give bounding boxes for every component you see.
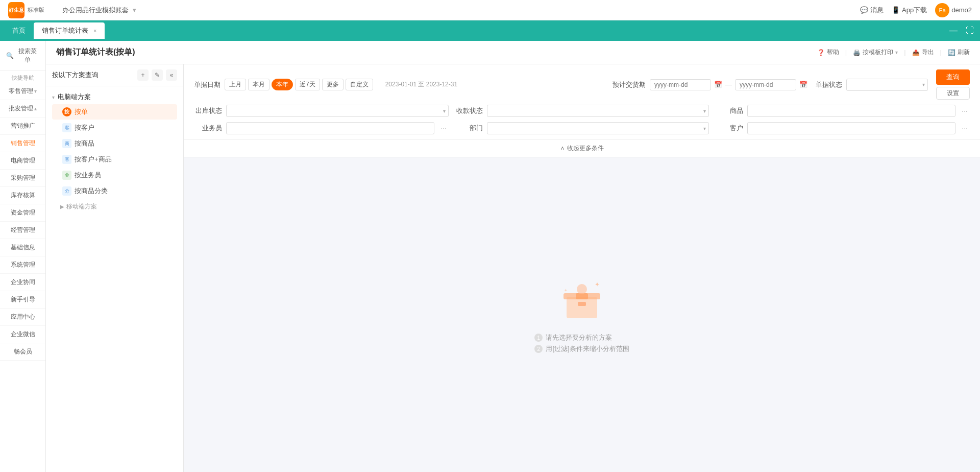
add-solution-btn[interactable]: +	[137, 69, 149, 81]
hint-text-1: 请先选择要分析的方案	[546, 333, 612, 342]
tab-close-btn[interactable]: ×	[93, 28, 96, 34]
dropdown-icon[interactable]: ▾	[133, 6, 136, 14]
expected-date-end[interactable]	[735, 79, 796, 90]
print-icon: 🖨️	[853, 49, 861, 56]
settings-btn[interactable]: 设置	[936, 87, 970, 100]
help-action[interactable]: ❓ 帮助	[817, 48, 839, 57]
sidebar-item-ecommerce[interactable]: 电商管理	[0, 152, 45, 170]
wholesale-arrow: ▴	[34, 106, 37, 111]
tree-section-pc: ▾ 电脑端方案 按 按单 客 按客户 商 按商品	[46, 86, 183, 216]
customer-label: 客户	[715, 124, 743, 133]
solution-by-customer[interactable]: 客 按客户	[52, 120, 177, 135]
customer-more-btn[interactable]: ···	[960, 124, 970, 132]
print-action[interactable]: 🖨️ 按模板打印 ▾	[853, 48, 898, 57]
salesman-input[interactable]	[226, 122, 434, 134]
left-panel: 按以下方案查询 + ✎ « ▾ 电脑端方案 按 按单	[46, 64, 184, 472]
salesman-more-btn[interactable]: ···	[438, 124, 449, 132]
date-this-month-btn[interactable]: 本月	[248, 79, 270, 90]
date-custom-btn[interactable]: 自定义	[346, 79, 373, 90]
date-7days-btn[interactable]: 近7天	[295, 79, 320, 90]
collapse-panel-btn[interactable]: «	[166, 69, 177, 81]
expected-date-start[interactable]	[650, 79, 711, 90]
goods-more-btn[interactable]: ···	[960, 107, 970, 115]
retail-label: 零售管理	[9, 87, 33, 96]
date-prev-month-btn[interactable]: 上月	[225, 79, 246, 90]
date-this-year-btn[interactable]: 本年	[272, 79, 293, 90]
section-mobile[interactable]: ▶ 移动端方案	[52, 199, 177, 212]
receipt-status-select[interactable]	[487, 105, 709, 117]
filter-right-group: 预计交货期 📅 — 📅 单据状态	[612, 69, 970, 100]
solution-by-goods[interactable]: 商 按商品	[52, 136, 177, 151]
sidebar-item-enterprise[interactable]: 企业协同	[0, 274, 45, 291]
user-profile-action[interactable]: Ea demo2	[935, 3, 972, 17]
sidebar-item-operations[interactable]: 经营管理	[0, 222, 45, 239]
print-label: 按模板打印	[863, 48, 893, 57]
collapse-bar[interactable]: ∧ 收起更多条件	[184, 140, 980, 157]
appcenter-label: 应用中心	[11, 313, 35, 320]
out-status-select[interactable]	[226, 105, 449, 117]
order-status-label: 单据状态	[816, 80, 842, 89]
export-action[interactable]: 📤 导出	[912, 48, 934, 57]
enterprise-label: 企业协同	[11, 278, 35, 286]
left-panel-title: 按以下方案查询	[52, 70, 99, 80]
tab-maximize-btn[interactable]: ⛶	[964, 24, 976, 37]
goods-input[interactable]	[747, 105, 955, 117]
svg-text:✦: ✦	[564, 288, 568, 293]
quick-nav-label: 快捷导航	[0, 71, 45, 83]
print-dropdown-arrow[interactable]: ▾	[895, 50, 898, 55]
sidebar-item-sales[interactable]: 销售管理	[0, 135, 45, 152]
sidebar-item-purchase[interactable]: 采购管理	[0, 170, 45, 187]
search-menu-btn[interactable]: 🔍 搜索菜单	[4, 45, 41, 66]
solution-by-customer-goods[interactable]: 客 按客户+商品	[52, 152, 177, 167]
solution-by-customer-label: 按客户	[75, 123, 94, 132]
sidebar: 🔍 搜索菜单 快捷导航 零售管理 ▾ 批发管理 ▴ 营销推广 销售管理 电商管理…	[0, 41, 46, 472]
sidebar-item-wechat[interactable]: 企业微信	[0, 326, 45, 343]
out-status-label: 出库状态	[194, 106, 222, 115]
sidebar-item-finance[interactable]: 资金管理	[0, 204, 45, 222]
query-btn[interactable]: 查询	[936, 69, 970, 85]
filter-receipt-status-cell: 收款状态 ▾	[455, 105, 709, 117]
date-more-btn[interactable]: 更多	[322, 79, 344, 90]
sidebar-item-inventory[interactable]: 库存核算	[0, 187, 45, 204]
tree-parent-label-pc: 电脑端方案	[58, 92, 91, 102]
tab-active-label: 销售订单统计表	[42, 26, 88, 35]
retail-arrow: ▾	[34, 88, 37, 94]
calendar-icon-end[interactable]: 📅	[799, 81, 807, 88]
left-panel-icons: + ✎ «	[137, 69, 177, 81]
tab-minimize-btn[interactable]: —	[947, 24, 960, 37]
right-panel: 单据日期 上月 本月 本年 近7天 更多 自定义 2023-01-01 至 20…	[184, 64, 980, 472]
order-status-dropdown-wrap: ▾	[846, 79, 928, 91]
goods-label: 商品	[715, 106, 743, 115]
sidebar-item-wholesale[interactable]: 批发管理 ▴	[0, 100, 45, 117]
sidebar-item-appcenter[interactable]: 应用中心	[0, 309, 45, 326]
order-status-select[interactable]	[846, 79, 928, 91]
tree-parent-pc[interactable]: ▾ 电脑端方案	[52, 90, 177, 104]
solution-by-category[interactable]: 分 按商品分类	[52, 183, 177, 199]
customer-input[interactable]	[747, 122, 955, 134]
tab-home[interactable]: 首页	[4, 22, 34, 39]
refresh-icon: 🔄	[948, 49, 955, 56]
refresh-action[interactable]: 🔄 刷新	[948, 48, 970, 57]
tab-active[interactable]: 销售订单统计表 ×	[34, 22, 105, 39]
basics-label: 基础信息	[11, 244, 35, 251]
logo-icon: 好生意	[8, 2, 24, 18]
solution-by-salesman[interactable]: 业 按业务员	[52, 168, 177, 183]
sidebar-item-basics[interactable]: 基础信息	[0, 239, 45, 256]
finance-label: 资金管理	[11, 209, 35, 216]
solution-by-order-label: 按单	[75, 107, 88, 116]
header-divider3: |	[940, 49, 942, 56]
sidebar-item-marketing[interactable]: 营销推广	[0, 117, 45, 135]
app-download-action[interactable]: 📱 App下载	[892, 6, 927, 15]
empty-hints: 1 请先选择要分析的方案 2 用[过滤]条件来缩小分析范围	[534, 331, 629, 356]
solution-by-order[interactable]: 按 按单	[52, 104, 177, 120]
sidebar-item-newbie[interactable]: 新手引导	[0, 291, 45, 309]
calendar-icon-start[interactable]: 📅	[714, 81, 722, 88]
sidebar-item-retail[interactable]: 零售管理 ▾	[0, 83, 45, 100]
sidebar-item-member[interactable]: 畅会员	[0, 343, 45, 361]
messages-action[interactable]: 💬 消息	[860, 6, 884, 15]
inventory-label: 库存核算	[11, 192, 35, 199]
edit-solution-btn[interactable]: ✎	[152, 69, 163, 81]
tab-bar-right: — ⛶	[947, 24, 976, 37]
sidebar-item-system[interactable]: 系统管理	[0, 256, 45, 274]
dept-select[interactable]	[487, 122, 709, 134]
